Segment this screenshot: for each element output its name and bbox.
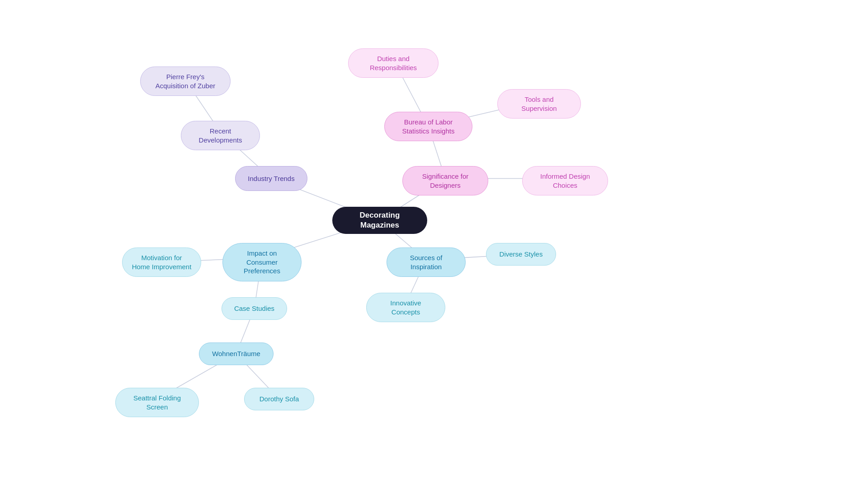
node-tools[interactable]: Tools and Supervision	[497, 89, 581, 119]
node-duties[interactable]: Duties and Responsibilities	[348, 48, 439, 78]
node-impact[interactable]: Impact on Consumer Preferences	[222, 243, 302, 281]
center-node[interactable]: Decorating Magazines	[332, 207, 427, 234]
node-innovative[interactable]: Innovative Concepts	[366, 293, 445, 322]
node-pierre-frey[interactable]: Pierre Frey's Acquisition of Zuber	[140, 67, 231, 96]
mind-map: Decorating MagazinesIndustry TrendsRecen…	[0, 0, 868, 490]
node-dorothy[interactable]: Dorothy Sofa	[244, 388, 314, 410]
node-seattral[interactable]: Seattral Folding Screen	[115, 388, 199, 417]
node-recent-dev[interactable]: Recent Developments	[181, 121, 260, 150]
node-motivation[interactable]: Motivation for Home Improvement	[122, 247, 201, 277]
node-wohnen[interactable]: WohnenTräume	[199, 343, 274, 365]
node-significance[interactable]: Significance for Designers	[402, 166, 488, 195]
node-bureau[interactable]: Bureau of Labor Statistics Insights	[384, 112, 472, 141]
node-case-studies[interactable]: Case Studies	[222, 297, 287, 320]
node-informed[interactable]: Informed Design Choices	[522, 166, 608, 195]
node-sources[interactable]: Sources of Inspiration	[387, 247, 466, 277]
node-industry-trends[interactable]: Industry Trends	[235, 166, 307, 191]
node-diverse[interactable]: Diverse Styles	[486, 243, 556, 266]
